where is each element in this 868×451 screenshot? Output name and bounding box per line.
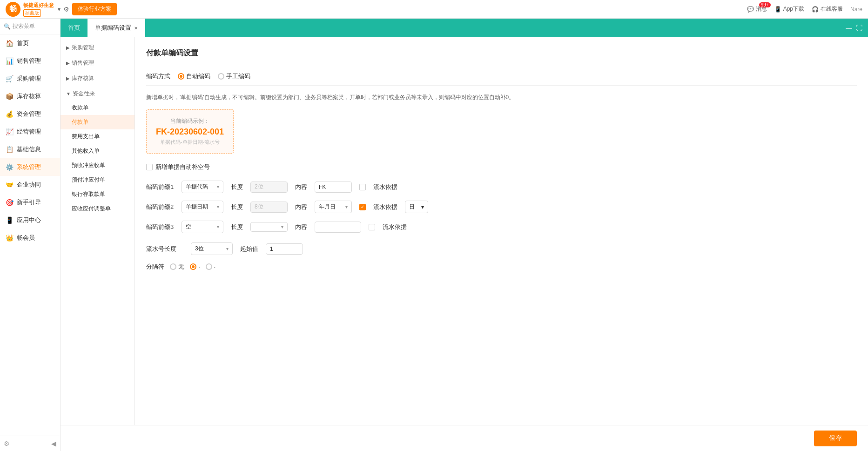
topbar-controls: ▾ ⚙ 体验行业方案 [58,3,117,15]
sub-item-advance-receipt[interactable]: 预收冲应收单 [61,158,135,173]
serial-label2: 流水依据 [373,203,397,211]
dropdown-arrow-icon[interactable]: ▾ [58,6,61,13]
bottom-bar: 保存 [61,425,868,451]
topbar-right: 💬 消息 99+ 📱 App下载 🎧 在线客服 Nare [747,5,862,13]
sub-item-other-income[interactable]: 其他收入单 [61,144,135,158]
sidebar-item-apps[interactable]: 📱 应用中心 [0,211,60,229]
sub-group-funds-title[interactable]: ▼ 资金往来 [61,87,135,101]
message-badge: 99+ [759,2,771,7]
message-item[interactable]: 💬 消息 99+ [747,5,767,13]
sub-item-bank-deposit[interactable]: 银行存取款单 [61,187,135,202]
content1-label: 内容 [295,183,307,191]
page-inner: 付款单编码设置 编码方式 自动编码 手工编码 [135,37,868,425]
content2-select[interactable]: 年月日 ▾ [315,201,352,213]
tab-maximize-button[interactable]: ⛶ [856,24,862,32]
sub-group-purchase-title[interactable]: ▶ 采购管理 [61,41,135,54]
sub-item-receipt[interactable]: 收款单 [61,101,135,115]
length2-label: 长度 [231,203,243,211]
encoding-method-label: 编码方式 [146,72,170,81]
sub-item-advance-payment[interactable]: 预付冲应付单 [61,173,135,187]
serial-check2[interactable]: ✓ [359,204,366,210]
sub-item-payment[interactable]: 付款单 [61,115,135,129]
system-icon: ⚙️ [6,163,13,171]
sidebar-item-operations[interactable]: 📈 经营管理 [0,123,60,141]
settings-bottom-icon[interactable]: ⚙ [4,440,10,447]
auto-zero-label: 新增单据自动补空号 [155,163,210,171]
start-value-input[interactable] [266,243,303,255]
tab-serial[interactable]: 单据编码设置 ✕ [87,19,145,37]
sidebar-item-inventory[interactable]: 📦 库存核算 [0,88,60,105]
topbar-left: 畅 畅捷通好生意 插曲版 ▾ ⚙ 体验行业方案 [6,2,117,17]
sidebar-item-purchase[interactable]: 🛒 采购管理 [0,70,60,88]
chevron-down-icon: ▾ [226,246,229,251]
sidebar-item-sales[interactable]: 📊 销售管理 [0,52,60,70]
sales-icon: 📊 [6,57,13,65]
app-download-item[interactable]: 📱 App下载 [774,5,804,13]
content1-input[interactable] [315,182,352,193]
separator-row: 分隔符 无 · · [146,263,857,271]
sidebar-item-enterprise[interactable]: 🤝 企业协同 [0,176,60,194]
prefix1-select[interactable]: 单据代码 ▾ [182,181,223,193]
day-select[interactable]: 日 ▾ [405,201,428,213]
sub-group-funds: ▼ 资金往来 收款单 付款单 费用支出单 其他收入单 预收冲应收单 预付冲应付单… [61,87,135,216]
sub-group-sales-title[interactable]: ▶ 销售管理 [61,56,135,70]
message-icon: 💬 [747,6,754,13]
arrow-right-icon: ▶ [66,45,70,50]
tab-bar-actions: — ⛶ [846,24,868,32]
form-row-2: 编码前缀2 单据日期 ▾ 长度 内容 年月日 ▾ [146,201,857,213]
main-content: 付款单编码设置 编码方式 自动编码 手工编码 [135,37,868,425]
content3-input[interactable] [315,222,361,233]
auto-encoding-radio-circle [178,73,184,80]
sidebar-item-basic[interactable]: 📋 基础信息 [0,141,60,158]
arrow-right-icon: ▶ [66,76,70,81]
sub-item-expense[interactable]: 费用支出单 [61,129,135,144]
tab-bar: 首页 单据编码设置 ✕ — ⛶ [61,19,868,37]
prefix2-select[interactable]: 单据日期 ▾ [182,201,223,213]
logo-icon: 畅 [6,2,20,17]
serial-length-row: 流水号长度 3位 ▾ 起始值 [146,242,857,255]
prefix3-select[interactable]: 空 ▾ [182,221,223,233]
save-button[interactable]: 保存 [814,431,857,446]
sidebar-search[interactable]: 🔍 搜索菜单 [0,19,60,34]
tab-close-icon[interactable]: ✕ [134,26,138,31]
sub-layout: ▶ 采购管理 ▶ 销售管理 ▶ 库存核算 [61,37,868,425]
finance-icon: 💰 [6,110,13,118]
apps-icon: 📱 [6,216,13,224]
manual-encoding-radio[interactable]: 手工编码 [218,72,250,81]
online-service-item[interactable]: 🎧 在线客服 [812,5,843,13]
serial-label3: 流水依据 [383,223,407,231]
separator-dot-radio[interactable]: · [190,263,200,270]
sub-item-adjust[interactable]: 应收应付调整单 [61,202,135,216]
sidebar-item-guide[interactable]: 🎯 新手引导 [0,194,60,211]
sidebar-item-system[interactable]: ⚙️ 系统管理 [0,158,60,176]
username: Nare [850,6,862,13]
auto-encoding-radio[interactable]: 自动编码 [178,72,210,81]
tab-home[interactable]: 首页 [61,19,87,37]
chevron-down-icon: ▾ [345,204,348,209]
auto-zero-checkbox[interactable] [146,164,153,170]
page-title: 付款单编码设置 [146,48,857,58]
sidebar-item-finance[interactable]: 💰 资金管理 [0,105,60,123]
collapse-icon[interactable]: ◀ [51,440,56,447]
experience-button[interactable]: 体验行业方案 [72,3,117,15]
sidebar-item-member[interactable]: 👑 畅会员 [0,229,60,247]
service-icon: 🎧 [812,6,819,13]
main-wrapper: 🔍 搜索菜单 🏠 首页 📊 销售管理 🛒 采购管理 📦 库存核算 💰 [0,19,868,451]
serial-length-label: 流水号长度 [146,245,183,253]
serial-check3[interactable] [369,224,375,230]
prefix1-label: 编码前缀1 [146,183,174,191]
sidebar-item-home[interactable]: 🏠 首页 [0,34,60,52]
separator-dot-circle [190,263,196,270]
settings-icon[interactable]: ⚙ [63,6,69,13]
length3-select[interactable]: ▾ [250,222,288,232]
tab-minimize-button[interactable]: — [846,24,852,32]
separator-other-radio[interactable]: · [206,263,216,270]
serial-check1[interactable] [359,184,366,190]
separator-none-radio[interactable]: 无 [170,263,184,271]
inventory-icon: 📦 [6,93,13,100]
separator-other-circle [206,263,212,270]
separator-none-circle [170,263,176,270]
serial-length-select[interactable]: 3位 ▾ [191,242,233,255]
sub-group-stock-title[interactable]: ▶ 库存核算 [61,72,135,85]
form-row-1: 编码前缀1 单据代码 ▾ 长度 内容 流水依据 [146,181,857,193]
